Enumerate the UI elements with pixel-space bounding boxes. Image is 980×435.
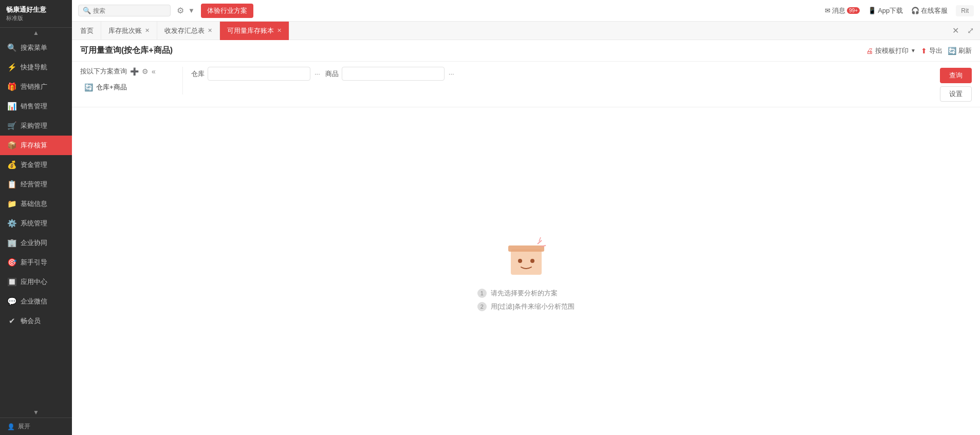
sidebar-item-label: 新手引导 (21, 258, 47, 267)
sidebar-item-enterprise[interactable]: 🏢 企业协同 (0, 233, 72, 253)
search-box[interactable]: 🔍 (78, 5, 171, 16)
sidebar-item-purchase[interactable]: 🛒 采购管理 (0, 116, 72, 136)
online-service-btn[interactable]: 🎧 在线客服 (911, 6, 948, 15)
sidebar-item-search[interactable]: 🔍 搜索菜单 (0, 38, 72, 58)
tabs-bar: 首页 库存批次账 ✕ 收发存汇总表 ✕ 可用量库存账本 ✕ ✕ ⤢ (72, 22, 980, 40)
sidebar-item-marketing[interactable]: 🎁 营销推广 (0, 77, 72, 97)
sidebar-bottom[interactable]: 👤 展开 (0, 418, 72, 435)
warehouse-label: 仓库 (191, 69, 205, 79)
sidebar-logo: 畅康通好生意 标准版 (0, 0, 72, 28)
gear-icon[interactable]: ⚙ (177, 6, 184, 15)
tab-collect-summary-close[interactable]: ✕ (208, 27, 212, 34)
sidebar-item-label: 畅会员 (21, 316, 41, 326)
svg-rect-1 (508, 245, 544, 252)
finance-icon: 💰 (7, 160, 16, 169)
industry-btn[interactable]: 体验行业方案 (201, 4, 253, 18)
sidebar-item-sales[interactable]: 📊 销售管理 (0, 97, 72, 116)
warehouse-input[interactable] (208, 67, 310, 81)
query-btn[interactable]: 查询 (940, 68, 972, 83)
sidebar-item-label: 应用中心 (21, 277, 47, 287)
basics-icon: 📁 (7, 199, 16, 209)
sidebar-item-wechat[interactable]: 💬 企业微信 (0, 292, 72, 311)
filter-scheme-panel: 按以下方案查询 ➕ ⚙ « 🔄 仓库+商品 (80, 67, 183, 94)
sidebar-item-inventory[interactable]: 📦 库存核算 (0, 136, 72, 155)
sidebar-item-label: 营销推广 (21, 82, 47, 91)
inventory-icon: 📦 (7, 141, 16, 150)
dropdown-icon[interactable]: ▼ (188, 7, 195, 14)
sidebar-item-label: 销售管理 (21, 102, 47, 111)
svg-point-3 (530, 259, 534, 263)
tab-collect-summary[interactable]: 收发存汇总表 ✕ (157, 22, 220, 40)
sidebar-item-finance[interactable]: 💰 资金管理 (0, 155, 72, 175)
tip-num-2: 2 (477, 302, 487, 311)
print-template-btn[interactable]: 🖨 按模板打印 ▼ (866, 46, 916, 55)
app-download-btn[interactable]: 📱 App下载 (868, 6, 903, 15)
tabs-right: ✕ ⤢ (946, 25, 980, 36)
sidebar-item-appstore[interactable]: 🔲 应用中心 (0, 272, 72, 292)
warehouse-more-btn[interactable]: ··· (315, 70, 320, 78)
page-title: 可用量查询(按仓库+商品) (80, 45, 173, 56)
product-input[interactable] (342, 67, 445, 81)
dropdown-arrow: ▼ (911, 48, 916, 53)
sidebar-item-basics[interactable]: 📁 基础信息 (0, 194, 72, 214)
sidebar-item-newbie[interactable]: 🎯 新手引导 (0, 253, 72, 272)
top-header: 🔍 ⚙ ▼ 体验行业方案 ✉ 消息 99+ 📱 App下载 🎧 在线客服 Rit (72, 0, 980, 22)
enterprise-icon: 🏢 (7, 238, 16, 248)
print-icon: 🖨 (866, 47, 873, 55)
sidebar-scroll-down[interactable]: ▼ (0, 407, 72, 418)
refresh-btn[interactable]: 🔄 刷新 (948, 46, 972, 55)
product-more-btn[interactable]: ··· (449, 70, 454, 78)
sidebar-item-quick-nav[interactable]: ⚡ 快捷导航 (0, 58, 72, 77)
scheme-item-label: 仓库+商品 (96, 83, 127, 92)
user-info[interactable]: Rit (956, 5, 974, 16)
tab-home[interactable]: 首页 (72, 22, 101, 40)
search-icon: 🔍 (7, 43, 16, 52)
purchase-icon: 🛒 (7, 121, 16, 130)
wechat-icon: 💬 (7, 297, 16, 306)
collapse-panel-btn[interactable]: « (152, 67, 156, 75)
scheme-item-warehouse-product[interactable]: 🔄 仓库+商品 (80, 80, 176, 94)
filter-field-warehouse: 仓库 ··· (191, 67, 320, 81)
main-area: 🔍 ⚙ ▼ 体验行业方案 ✉ 消息 99+ 📱 App下载 🎧 在线客服 Rit (72, 0, 980, 435)
sidebar-item-label: 经营管理 (21, 180, 47, 189)
notification-badge: 99+ (847, 7, 860, 14)
empty-tips: 1 请先选择要分析的方案 2 用[过滤]条件来缩小分析范围 (477, 289, 575, 311)
export-icon: ⬆ (921, 47, 927, 55)
tab-available-qty-label: 可用量库存账本 (227, 26, 274, 35)
newbie-icon: 🎯 (7, 258, 16, 267)
setting-btn[interactable]: 设置 (940, 86, 972, 102)
sidebar-item-member[interactable]: ✔ 畅会员 (0, 311, 72, 331)
empty-tip-2: 2 用[过滤]条件来缩小分析范围 (477, 302, 575, 311)
sidebar-item-operation[interactable]: 📋 经营管理 (0, 175, 72, 194)
export-btn[interactable]: ⬆ 导出 (921, 46, 942, 55)
sidebar-scroll-up[interactable]: ▲ (0, 28, 72, 38)
tab-available-qty[interactable]: 可用量库存账本 ✕ (220, 22, 289, 40)
tab-batch-account-label: 库存批次账 (108, 26, 142, 35)
notification-btn[interactable]: ✉ 消息 99+ (825, 6, 860, 15)
sidebar-item-label: 企业微信 (21, 297, 47, 306)
empty-illustration (501, 231, 552, 282)
edit-scheme-btn[interactable]: ⚙ (142, 67, 149, 75)
sidebar: 畅康通好生意 标准版 ▲ 🔍 搜索菜单 ⚡ 快捷导航 🎁 营销推广 📊 销售管理… (0, 0, 72, 435)
search-input[interactable] (93, 7, 155, 14)
tab-available-qty-close[interactable]: ✕ (277, 27, 282, 34)
filter-area: 按以下方案查询 ➕ ⚙ « 🔄 仓库+商品 仓库 ··· 商品 (72, 62, 980, 107)
tab-batch-account[interactable]: 库存批次账 ✕ (101, 22, 157, 40)
add-scheme-btn[interactable]: ➕ (130, 67, 139, 75)
filter-fields: 仓库 ··· 商品 ··· (183, 67, 935, 81)
tab-batch-account-close[interactable]: ✕ (145, 27, 150, 34)
header-right: ✉ 消息 99+ 📱 App下载 🎧 在线客服 Rit (825, 5, 974, 16)
sidebar-item-label: 企业协同 (21, 238, 47, 248)
scheme-icon: 🔄 (84, 83, 93, 91)
tab-collect-summary-label: 收发存汇总表 (164, 26, 205, 35)
sidebar-bottom-icon: 👤 (7, 423, 15, 430)
tab-close-all-btn[interactable]: ✕ (950, 25, 961, 36)
refresh-icon: 🔄 (948, 47, 956, 55)
sidebar-item-system[interactable]: ⚙️ 系统管理 (0, 214, 72, 233)
tab-expand-btn[interactable]: ⤢ (965, 25, 976, 36)
online-service-label: 在线客服 (921, 6, 948, 15)
sidebar-bottom-label: 展开 (18, 422, 30, 431)
page-header-actions: 🖨 按模板打印 ▼ ⬆ 导出 🔄 刷新 (866, 46, 972, 55)
filter-field-product: 商品 ··· (325, 67, 454, 81)
marketing-icon: 🎁 (7, 82, 16, 91)
